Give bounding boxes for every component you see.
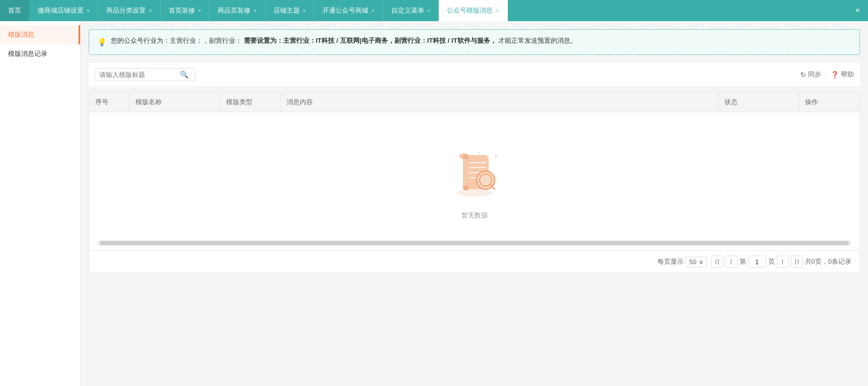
close-all-tabs-button[interactable]: × (847, 6, 868, 15)
nav-tab-home-label: 首页 (8, 6, 21, 15)
nav-tab-home[interactable]: 首页 (0, 0, 30, 21)
nav-tab-template-msg-label: 公众号模版消息 (447, 6, 493, 15)
table-header-status: 状态 (718, 93, 799, 112)
nav-tab-product-decoration-label: 商品页装修 (218, 6, 250, 15)
sidebar-item-template-message-label: 模版消息 (8, 31, 34, 38)
table-header-name: 模版名称 (129, 93, 220, 112)
scrollbar-thumb (100, 241, 849, 245)
nav-tab-template-msg[interactable]: 公众号模版消息 × (439, 0, 507, 21)
page-input[interactable] (748, 256, 766, 268)
search-input-wrap[interactable]: 🔍 (95, 68, 195, 81)
nav-tab-store-theme[interactable]: 店铺主题 × (265, 0, 314, 21)
toolbar-right: ↻ 同步 | ❓ 帮助 (800, 70, 854, 79)
empty-state: 暂无数据 (89, 112, 859, 240)
empty-text: 暂无数据 (461, 211, 488, 220)
alert-text: 您的公众号行业为：主营行业：，副营行业： 需要设置为：主营行业：IT科技 / 互… (111, 36, 577, 46)
search-input[interactable] (99, 71, 180, 79)
table-header-action: 操作 (799, 93, 859, 112)
alert-box: 💡 您的公众号行业为：主营行业：，副营行业： 需要设置为：主营行业：IT科技 /… (89, 29, 860, 55)
table-header-content: 消息内容 (281, 93, 718, 112)
table-header-index: 序号 (89, 93, 129, 112)
alert-text-highlight: 需要设置为：主营行业：IT科技 / 互联网|电子商务，副营行业：IT科技 / I… (244, 37, 497, 44)
nav-tab-custom-menu-label: 自定义菜单 (391, 6, 424, 15)
alert-icon: 💡 (97, 36, 107, 48)
toolbar-divider: | (825, 71, 827, 79)
sidebar: 模版消息 模版消息记录 (0, 21, 81, 386)
page-label-after: 页 (768, 257, 775, 266)
nav-tab-store-theme-label: 店铺主题 (274, 6, 300, 15)
sidebar-item-template-message-record[interactable]: 模版消息记录 (0, 44, 80, 63)
nav-tab-shop-setting-label: 微商城店铺设置 (38, 6, 84, 15)
svg-point-9 (494, 170, 495, 171)
page-size-value: 50 (689, 258, 696, 266)
last-page-button[interactable]: ⟩⟩ (791, 256, 803, 268)
nav-tab-product-decoration-close[interactable]: × (253, 8, 256, 14)
page-size-dropdown[interactable]: 50 ∨ (686, 257, 707, 267)
alert-text-prefix: 您的公众号行业为：主营行业：，副营行业： (111, 37, 242, 44)
next-page-button[interactable]: ⟩ (777, 256, 789, 268)
table-header-type: 模版类型 (220, 93, 281, 112)
sync-button[interactable]: ↻ 同步 (800, 70, 821, 79)
nav-tab-category-label: 商品分类设置 (106, 6, 146, 15)
table-header: 序号 模版名称 模版类型 消息内容 状态 操作 (89, 93, 859, 112)
chevron-down-icon: ∨ (699, 258, 704, 266)
nav-tab-open-mall[interactable]: 开通公众号商城 × (314, 0, 383, 21)
search-icon[interactable]: 🔍 (180, 70, 188, 79)
nav-tab-shop-setting[interactable]: 微商城店铺设置 × (30, 0, 98, 21)
search-toolbar: 🔍 ↻ 同步 | ❓ 帮助 (89, 63, 860, 86)
sidebar-item-template-message[interactable]: 模版消息 (0, 25, 80, 44)
nav-tab-category[interactable]: 商品分类设置 × (98, 0, 160, 21)
sidebar-item-template-message-record-label: 模版消息记录 (8, 50, 47, 57)
first-page-button[interactable]: ⟨⟨ (711, 256, 723, 268)
nav-tab-custom-menu[interactable]: 自定义菜单 × (383, 0, 439, 21)
help-icon: ❓ (831, 71, 839, 79)
nav-tab-open-mall-label: 开通公众号商城 (322, 6, 368, 15)
horizontal-scrollbar[interactable] (97, 240, 851, 246)
page-size-label: 每页显示 (657, 257, 684, 266)
content-area: 💡 您的公众号行业为：主营行业：，副营行业： 需要设置为：主营行业：IT科技 /… (81, 21, 868, 386)
page-navigation: ⟨⟨ ⟨ 第 页 ⟩ ⟩⟩ 共0页，0条记录 (711, 256, 851, 268)
sync-icon: ↻ (800, 71, 806, 79)
sync-label: 同步 (808, 70, 821, 79)
nav-tab-product-decoration[interactable]: 商品页装修 × (210, 0, 265, 21)
help-button[interactable]: ❓ 帮助 (831, 70, 854, 79)
nav-tab-home-decoration-close[interactable]: × (198, 8, 201, 14)
top-navigation: 首页 微商城店铺设置 × 商品分类设置 × 首页装修 × 商品页装修 × 店铺主… (0, 0, 868, 21)
nav-tab-category-close[interactable]: × (149, 8, 152, 14)
main-layout: 模版消息 模版消息记录 💡 您的公众号行业为：主营行业：，副营行业： 需要设置为… (0, 21, 868, 386)
nav-tab-store-theme-close[interactable]: × (303, 8, 306, 14)
svg-point-0 (457, 189, 492, 197)
page-size-select: 每页显示 50 ∨ (657, 257, 707, 267)
prev-page-button[interactable]: ⟨ (725, 256, 738, 268)
total-info: 共0页，0条记录 (805, 257, 851, 266)
data-table: 序号 模版名称 模版类型 消息内容 状态 操作 (89, 92, 860, 273)
help-label: 帮助 (841, 70, 854, 79)
nav-tab-custom-menu-close[interactable]: × (427, 8, 430, 14)
nav-tab-home-decoration-label: 首页装修 (169, 6, 195, 15)
pagination: 每页显示 50 ∨ ⟨⟨ ⟨ 第 页 ⟩ ⟩⟩ 共0页，0条记录 (89, 250, 859, 273)
nav-tab-home-decoration[interactable]: 首页装修 × (161, 0, 210, 21)
alert-text-suffix: 才能正常发送预置的消息。 (498, 37, 577, 44)
nav-tab-template-msg-close[interactable]: × (496, 8, 499, 14)
empty-illustration (444, 142, 505, 203)
svg-point-8 (478, 151, 480, 153)
nav-tab-open-mall-close[interactable]: × (371, 8, 374, 14)
page-label-before: 第 (740, 257, 746, 266)
nav-tab-shop-setting-close[interactable]: × (87, 8, 90, 14)
